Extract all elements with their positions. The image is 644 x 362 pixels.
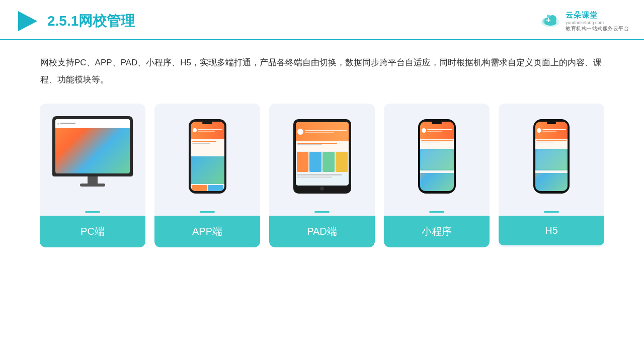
card-miniapp: 小程序 [384, 104, 490, 247]
card-pc-label: PC端 [40, 216, 145, 247]
card-pc-image [40, 104, 145, 209]
title-text: 网校管理 [78, 13, 135, 29]
play-icon [15, 9, 39, 33]
logo-cloud-icon [539, 12, 561, 30]
miniapp-phone-icon [418, 119, 456, 194]
description-paragraph: 网校支持PC、APP、PAD、小程序、H5，实现多端打通，产品各终端自由切换，数… [40, 54, 604, 88]
phone-screen [191, 122, 224, 191]
card-bar [200, 211, 215, 213]
phone-notch-2 [432, 122, 442, 124]
tablet-home-button [320, 187, 324, 191]
logo-tagline: 教育机构一站式服务云平台 [566, 25, 629, 32]
card-bar [314, 211, 330, 213]
card-pad: PAD端 [269, 104, 375, 247]
pc-monitor-icon [50, 116, 135, 197]
logo-name: 云朵课堂 [566, 11, 629, 20]
card-pc: PC端 [40, 104, 145, 247]
card-app: APP端 [154, 104, 260, 247]
header-left: 2.5.1网校管理 [15, 9, 135, 33]
title-number: 2.5.1 [47, 13, 78, 29]
tablet-screen [296, 122, 349, 186]
card-bar [429, 211, 444, 213]
h5-phone-icon [533, 119, 570, 194]
card-bar [85, 211, 100, 213]
card-h5-label: H5 [499, 216, 604, 245]
card-app-label: APP端 [154, 216, 260, 247]
cards-container: PC端 [0, 94, 644, 262]
logo-url: yunduoketang.com [566, 20, 629, 25]
page-title: 2.5.1网校管理 [47, 12, 135, 31]
tablet-screen-inner [296, 122, 349, 186]
card-h5-image [499, 104, 604, 209]
header: 2.5.1网校管理 云朵课堂 yunduoketang.com 教育机构一站式服… [0, 0, 644, 40]
card-bar [544, 211, 559, 213]
card-pad-image [269, 104, 375, 209]
description-text: 网校支持PC、APP、PAD、小程序、H5，实现多端打通，产品各终端自由切换，数… [0, 40, 644, 94]
logo-text: 云朵课堂 yunduoketang.com 教育机构一站式服务云平台 [566, 11, 629, 32]
svg-point-6 [547, 15, 550, 18]
logo-area: 云朵课堂 yunduoketang.com 教育机构一站式服务云平台 [539, 11, 629, 32]
card-app-image [154, 104, 260, 209]
card-miniapp-image [384, 104, 490, 209]
card-miniapp-label: 小程序 [384, 216, 490, 247]
app-phone-icon [189, 119, 226, 194]
card-pad-label: PAD端 [269, 216, 375, 247]
svg-marker-0 [18, 11, 37, 31]
phone-notch [202, 122, 212, 124]
card-h5: H5 [499, 104, 604, 247]
pad-tablet-icon [293, 119, 351, 194]
